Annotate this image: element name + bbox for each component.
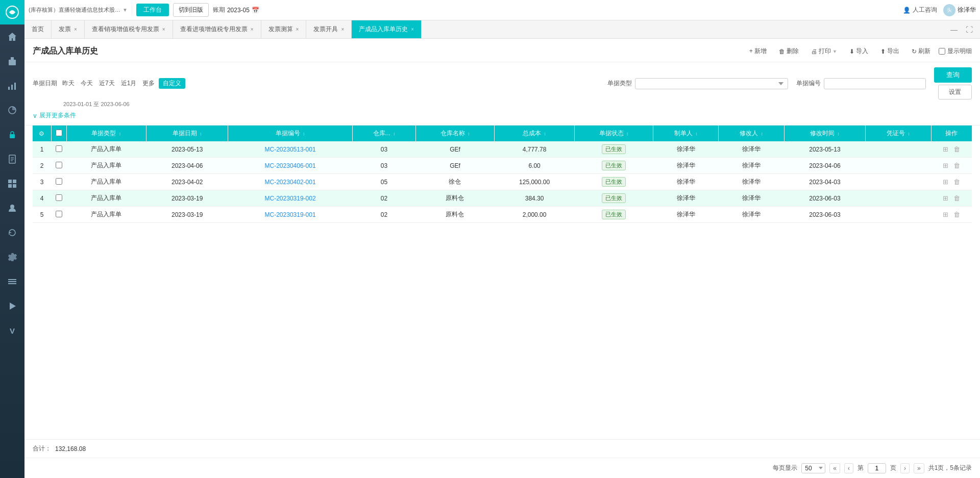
tab-product-history-close[interactable]: × <box>411 27 414 32</box>
col-voucher[interactable]: 凭证号 ↕ <box>866 125 931 141</box>
sidebar-item-v[interactable]: V <box>0 318 24 343</box>
col-number[interactable]: 单据编号 ↕ <box>228 125 353 141</box>
row-view-button[interactable]: ⊞ <box>941 211 950 218</box>
col-warehouse-code[interactable]: 仓库... ↕ <box>353 125 416 141</box>
date-btn-1month[interactable]: 近1月 <box>119 78 139 89</box>
date-btn-today[interactable]: 今天 <box>79 78 95 89</box>
row-delete-button[interactable]: 🗑 <box>952 211 962 218</box>
next-page-button[interactable]: › <box>900 463 910 473</box>
sidebar-item-chart[interactable] <box>0 73 24 98</box>
date-btn-more[interactable]: 更多 <box>140 78 157 89</box>
current-page-input[interactable] <box>868 463 886 473</box>
print-dropdown-icon[interactable]: ▼ <box>832 49 837 54</box>
sidebar-item-refresh[interactable] <box>0 220 24 245</box>
row-delete-button[interactable]: 🗑 <box>952 145 962 153</box>
sidebar-item-grid[interactable] <box>0 171 24 196</box>
tab-view-sales-vat[interactable]: 查看销项增值税专用发票 × <box>85 20 173 38</box>
sidebar-item-settings[interactable] <box>0 245 24 269</box>
col-settings[interactable]: ⚙ <box>33 125 51 141</box>
row-number-link[interactable]: MC-20230406-001 <box>265 162 316 169</box>
first-page-button[interactable]: « <box>829 463 840 473</box>
show-detail-checkbox[interactable] <box>939 48 945 55</box>
row-checkbox[interactable] <box>56 194 62 201</box>
sidebar-item-person[interactable] <box>0 196 24 220</box>
row-number-link[interactable]: MC-20230319-001 <box>265 211 316 218</box>
select-all-checkbox[interactable] <box>56 130 62 136</box>
tab-invoice[interactable]: 发票 × <box>52 20 85 38</box>
row-total-cost: 4,777.78 <box>495 141 575 158</box>
tab-invoice-calc[interactable]: 发票测算 × <box>261 20 307 38</box>
date-btn-custom[interactable]: 自定义 <box>159 78 185 89</box>
query-button[interactable]: 查询 <box>934 67 972 83</box>
row-number-link[interactable]: MC-20230402-001 <box>265 179 316 186</box>
user-info[interactable]: 头 徐泽华 <box>943 4 976 16</box>
show-detail-checkbox-label[interactable]: 显示明细 <box>939 47 972 56</box>
sidebar-item-play[interactable] <box>0 294 24 318</box>
tab-view-sales-vat-close[interactable]: × <box>162 27 165 32</box>
row-checkbox[interactable] <box>56 211 62 217</box>
new-button[interactable]: + 新增 <box>745 45 771 58</box>
tab-minimize-button[interactable]: — <box>947 24 961 35</box>
page-size-select[interactable]: 50 100 200 <box>801 463 825 473</box>
filter-number-input[interactable] <box>824 78 926 89</box>
col-date[interactable]: 单据日期 ↕ <box>146 125 228 141</box>
tab-view-purchase-vat[interactable]: 查看进项增值税专用发票 × <box>173 20 261 38</box>
sidebar-item-company[interactable] <box>0 49 24 73</box>
col-total-cost[interactable]: 总成本 ↕ <box>495 125 575 141</box>
last-page-button[interactable]: » <box>914 463 924 473</box>
date-btn-7days[interactable]: 近7天 <box>97 78 117 89</box>
tab-invoice-issue[interactable]: 发票开具 × <box>306 20 352 38</box>
sidebar-item-gear2[interactable] <box>0 269 24 294</box>
delete-button[interactable]: 🗑 删除 <box>775 45 803 58</box>
row-delete-button[interactable]: 🗑 <box>952 162 962 169</box>
reset-button[interactable]: 设置 <box>938 85 972 99</box>
print-button[interactable]: 🖨 打印 ▼ <box>807 45 841 58</box>
tab-invoice-close[interactable]: × <box>74 27 77 32</box>
row-view-button[interactable]: ⊞ <box>941 162 950 169</box>
refresh-button[interactable]: ↻ 刷新 <box>908 45 935 58</box>
sidebar-item-home[interactable] <box>0 24 24 49</box>
date-btn-yesterday[interactable]: 昨天 <box>60 78 77 89</box>
row-number-link[interactable]: MC-20230319-002 <box>265 195 316 202</box>
workbench-button[interactable]: 工作台 <box>136 4 169 16</box>
row-delete-button[interactable]: 🗑 <box>952 178 962 186</box>
row-delete-button[interactable]: 🗑 <box>952 194 962 202</box>
company-selector[interactable]: (库存核算）直播轻饶通信息技术股份... ▼ <box>29 6 128 14</box>
row-warehouse-name: 原料仓 <box>415 190 494 207</box>
row-view-button[interactable]: ⊞ <box>941 194 950 202</box>
calendar-icon[interactable]: 📅 <box>252 7 259 14</box>
row-checkbox[interactable] <box>56 162 62 168</box>
tab-maximize-button[interactable]: ⛶ <box>963 24 976 35</box>
col-warehouse-name[interactable]: 仓库名称 ↕ <box>415 125 494 141</box>
tab-invoice-calc-label: 发票测算 <box>268 25 293 34</box>
col-creator[interactable]: 制单人 ↕ <box>653 125 719 141</box>
sidebar-item-doc[interactable] <box>0 147 24 171</box>
row-checkbox[interactable] <box>56 145 62 152</box>
prev-page-button[interactable]: ‹ <box>844 463 853 473</box>
user-service[interactable]: 👤 人工咨询 <box>903 6 937 14</box>
col-modifier[interactable]: 修改人 ↕ <box>719 125 784 141</box>
row-view-button[interactable]: ⊞ <box>941 178 950 186</box>
col-modify-time[interactable]: 修改时间 ↕ <box>784 125 866 141</box>
filter-date-label: 单据日期 <box>33 79 57 88</box>
switch-version-button[interactable]: 切到旧版 <box>173 3 209 17</box>
col-status[interactable]: 单据状态 ↕ <box>575 125 653 141</box>
company-dropdown-icon[interactable]: ▼ <box>122 7 128 13</box>
row-checkbox[interactable] <box>56 178 62 185</box>
filter-type-select[interactable] <box>635 78 788 89</box>
tab-invoice-issue-close[interactable]: × <box>341 27 344 32</box>
expand-more-btn[interactable]: ∨ 展开更多条件 <box>33 111 972 120</box>
sidebar-item-analytics[interactable] <box>0 98 24 122</box>
tab-view-purchase-vat-close[interactable]: × <box>251 27 254 32</box>
import-button[interactable]: ⬇ 导入 <box>845 45 872 58</box>
row-type: 产品入库单 <box>66 141 146 158</box>
tab-invoice-calc-close[interactable]: × <box>296 27 299 32</box>
tab-home[interactable]: 首页 <box>24 20 52 38</box>
export-button[interactable]: ⬆ 导出 <box>876 45 903 58</box>
col-type[interactable]: 单据类型 ↕ <box>66 125 146 141</box>
tab-product-history[interactable]: 产成品入库单历史 × <box>352 20 422 38</box>
row-number-link[interactable]: MC-20230513-001 <box>265 146 316 153</box>
row-view-button[interactable]: ⊞ <box>941 145 950 153</box>
sidebar-item-lock[interactable] <box>0 122 24 147</box>
app-logo[interactable] <box>0 0 24 24</box>
